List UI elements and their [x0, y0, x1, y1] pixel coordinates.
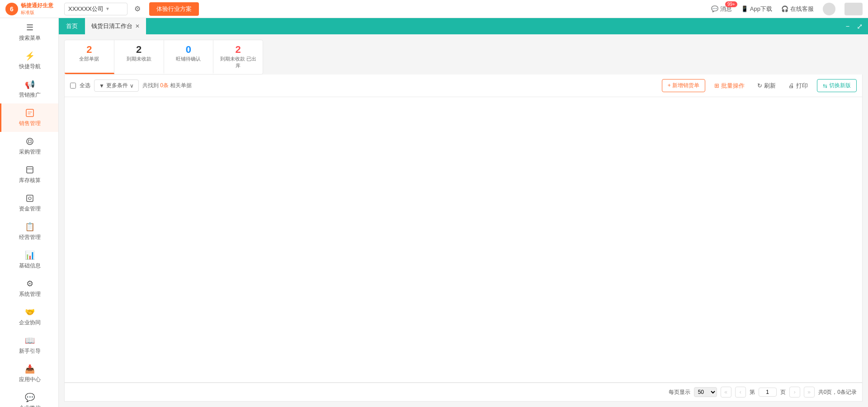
message-action[interactable]: 💬 消息 99+ [711, 5, 732, 13]
stat-label: 到期未收款 [120, 56, 158, 62]
refresh-button[interactable]: ↻ 刷新 [754, 80, 779, 92]
operations-icon: 📋 [25, 222, 35, 232]
tab-label: 钱货日清工作台 [91, 22, 132, 30]
sidebar-item-cooperation[interactable]: 🤝 企业协同 [0, 303, 58, 331]
sidebar-item-marketing[interactable]: 📢 营销推广 [0, 75, 58, 103]
experience-btn[interactable]: 体验行业方案 [149, 2, 199, 16]
print-label: 打印 [796, 82, 808, 90]
print-button[interactable]: 🖨 打印 [785, 80, 811, 92]
service-icon: 🎧 [781, 5, 788, 12]
stat-tab-all[interactable]: 2 全部单据 [65, 40, 114, 74]
stat-label: 全部单据 [70, 56, 108, 62]
app-center-icon: 📥 [25, 364, 35, 374]
stats-tabs: 2 全部单据 2 到期未收款 0 旺铺待确认 2 到期未收款 已出库 [64, 40, 263, 75]
online-service-label: 在线客服 [790, 5, 814, 13]
sidebar-item-label: 经营管理 [19, 234, 41, 241]
sidebar-item-label: 资金管理 [19, 205, 41, 213]
page-size-select[interactable]: 50 10 20 100 [694, 387, 717, 397]
gear-icon: ⚙ [134, 5, 141, 13]
page-number-input[interactable] [759, 388, 777, 397]
chevron-down-icon: ▼ [105, 6, 110, 11]
new-sales-order-button[interactable]: + 新增销货单 [662, 79, 705, 92]
last-page-button[interactable]: » [804, 387, 815, 398]
system-icon: ⚙ [25, 279, 35, 289]
filter-button[interactable]: ▼ 更多条件 ∨ [94, 80, 139, 92]
sidebar-item-inventory[interactable]: 库存核算 [0, 160, 58, 189]
sidebar-item-sales[interactable]: 销售管理 [0, 103, 58, 132]
batch-op-button[interactable]: ⊞ 批量操作 [711, 80, 748, 92]
sidebar-item-label: 新手引导 [19, 347, 41, 355]
stat-label: 到期未收款 已出库 [219, 56, 257, 69]
tab-home[interactable]: 首页 [59, 18, 85, 34]
inventory-icon [25, 165, 35, 175]
sidebar-item-label: 快捷导航 [19, 63, 41, 70]
page-prefix: 第 [750, 388, 755, 396]
company-name: XXXXXX公司 [68, 5, 104, 13]
toolbar-left: 全选 ▼ 更多条件 ∨ 共找到 0条 相关单据 [70, 80, 658, 92]
company-selector[interactable]: XXXXXX公司 ▼ [64, 3, 127, 15]
print-icon: 🖨 [788, 82, 794, 89]
sidebar-item-label: 企业协同 [19, 319, 41, 327]
sidebar-item-finance[interactable]: 资金管理 [0, 189, 58, 217]
settings-button[interactable]: ⚙ [131, 3, 144, 15]
page-content: 2 全部单据 2 到期未收款 0 旺铺待确认 2 到期未收款 已出库 [59, 34, 868, 407]
sidebar-item-label: 基础信息 [19, 262, 41, 270]
svg-point-4 [28, 197, 31, 200]
table-area [64, 97, 863, 383]
purchase-icon [25, 136, 35, 146]
page-size-label: 每页显示 [669, 388, 690, 396]
sidebar-item-app-center[interactable]: 📥 应用中心 [0, 360, 58, 388]
filter-icon: ▼ [99, 83, 104, 89]
sidebar-item-search-menu[interactable]: ☰ 搜索菜单 [0, 18, 58, 47]
user-name-area[interactable] [844, 3, 863, 15]
total-text: 共0页，0条记录 [818, 388, 857, 396]
avatar[interactable] [823, 3, 835, 15]
cooperation-icon: 🤝 [25, 307, 35, 317]
finance-icon [25, 193, 35, 203]
refresh-icon: ↻ [757, 82, 762, 89]
sidebar-item-purchase[interactable]: 采购管理 [0, 132, 58, 160]
app-download-action[interactable]: 📱 App下载 [741, 5, 772, 13]
switch-icon: ⇆ [823, 83, 827, 89]
top-bar-right: 💬 消息 99+ 📱 App下载 🎧 在线客服 [711, 3, 863, 15]
quick-nav-icon: ⚡ [25, 51, 35, 61]
prev-page-button[interactable]: ‹ [735, 387, 746, 398]
sidebar-item-wechat[interactable]: 💬 企业微信 [0, 388, 58, 407]
svg-point-1 [27, 138, 33, 145]
logo-text: 畅捷通好生意 标准版 [21, 2, 53, 16]
content-area: 首页 钱货日清工作台 ✕ － ⤢ 2 全部单据 2 [59, 18, 868, 407]
found-text: 共找到 0条 相关单据 [142, 82, 192, 89]
batch-icon: ⊞ [714, 82, 719, 89]
tab-close-icon[interactable]: ✕ [135, 23, 140, 29]
sidebar-item-base-info[interactable]: 📊 基础信息 [0, 246, 58, 274]
stat-tab-overdue-unshipped[interactable]: 2 到期未收款 已出库 [213, 40, 263, 74]
first-page-button[interactable]: « [721, 387, 731, 398]
stat-tab-overdue-uncollected[interactable]: 2 到期未收款 [114, 40, 164, 74]
logo-icon: 6 [5, 3, 18, 15]
sidebar-item-label: 企业微信 [19, 404, 41, 407]
message-badge: 99+ [725, 1, 737, 7]
stat-num: 0 [170, 44, 208, 56]
sidebar-item-system[interactable]: ⚙ 系统管理 [0, 274, 58, 303]
sales-icon [25, 108, 35, 118]
download-icon: 📱 [741, 5, 748, 12]
stat-label: 旺铺待确认 [170, 56, 208, 62]
batch-op-label: 批量操作 [721, 82, 745, 90]
sidebar-item-guide[interactable]: 📖 新手引导 [0, 331, 58, 360]
online-service-action[interactable]: 🎧 在线客服 [781, 5, 814, 13]
select-all-checkbox[interactable] [70, 83, 76, 89]
next-page-button[interactable]: › [789, 387, 800, 398]
tab-cash-workbench[interactable]: 钱货日清工作台 ✕ [85, 18, 146, 34]
sidebar-item-label: 应用中心 [19, 376, 41, 384]
stat-tab-pending-confirm[interactable]: 0 旺铺待确认 [164, 40, 214, 74]
sidebar-item-quick-nav[interactable]: ⚡ 快捷导航 [0, 47, 58, 75]
switch-version-button[interactable]: ⇆ 切换新版 [817, 79, 857, 92]
filter-label: 更多条件 [106, 82, 128, 89]
wechat-icon: 💬 [25, 393, 35, 402]
tab-bar-right: － ⤢ [842, 20, 868, 33]
tab-maximize-button[interactable]: ⤢ [855, 20, 864, 33]
svg-rect-0 [26, 109, 33, 117]
stat-num: 2 [120, 44, 158, 56]
sidebar-item-operations[interactable]: 📋 经营管理 [0, 217, 58, 246]
tab-minimize-button[interactable]: － [842, 20, 853, 33]
